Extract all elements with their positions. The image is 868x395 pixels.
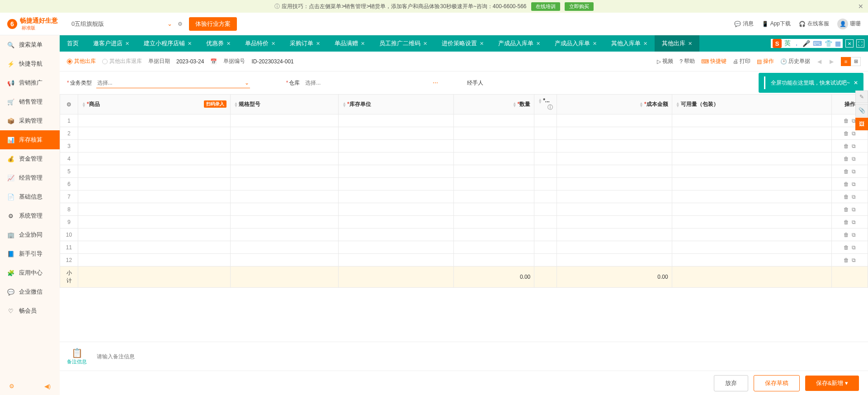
ime-mic-icon[interactable]: 🎤 xyxy=(802,40,810,47)
delete-row-icon[interactable]: 🗑 xyxy=(844,168,849,175)
info-icon[interactable]: ⓘ xyxy=(547,104,553,111)
more-icon[interactable]: ⋯ xyxy=(433,80,439,86)
ime-logo-icon[interactable]: S xyxy=(773,39,782,48)
table-row[interactable]: 9 🗑⧉ xyxy=(60,216,868,228)
dock-image-icon[interactable]: 🖼 xyxy=(855,118,868,130)
sidebar-item-3[interactable]: 🛒销售管理 xyxy=(0,92,60,111)
table-row[interactable]: 7 🗑⧉ xyxy=(60,190,868,203)
table-row[interactable]: 2 🗑⧉ xyxy=(60,127,868,140)
delete-row-icon[interactable]: 🗑 xyxy=(844,181,849,187)
messages-link[interactable]: 💬 消息 xyxy=(734,20,754,28)
sidebar-item-5[interactable]: 📊库存核算 xyxy=(0,130,60,149)
support-link[interactable]: 🎧 在线客服 xyxy=(799,20,829,28)
tab-close-icon[interactable]: ✕ xyxy=(226,41,231,47)
fullscreen-icon[interactable]: ⛶ xyxy=(856,39,864,48)
sidebar-item-0[interactable]: 🔍搜索菜单 xyxy=(0,35,60,54)
close-banner-icon[interactable]: ✕ xyxy=(858,3,863,10)
operate-button[interactable]: ▤操作 xyxy=(757,57,774,65)
tab-close-icon[interactable]: ✕ xyxy=(125,41,129,47)
tab-close-icon[interactable]: ✕ xyxy=(423,41,427,47)
ime-comma-icon[interactable]: ， xyxy=(793,39,800,48)
radio-return[interactable]: 其他出库退库 xyxy=(102,57,142,65)
delete-row-icon[interactable]: 🗑 xyxy=(844,130,849,137)
online-training-button[interactable]: 在线培训 xyxy=(531,2,560,11)
calendar-icon[interactable]: 📅 xyxy=(210,58,217,65)
dock-edit-icon[interactable]: ✎ xyxy=(855,90,868,103)
print-button[interactable]: 🖨打印 xyxy=(733,57,750,65)
tab-close-icon[interactable]: ✕ xyxy=(593,41,597,47)
tab-close-icon[interactable]: ✕ xyxy=(361,41,365,47)
sidebar-item-12[interactable]: 🧩应用中心 xyxy=(0,263,60,282)
handler-select[interactable] xyxy=(488,78,569,88)
delete-row-icon[interactable]: 🗑 xyxy=(844,206,849,213)
copy-row-icon[interactable]: ⧉ xyxy=(852,257,856,263)
sidebar-item-14[interactable]: ♡畅会员 xyxy=(0,301,60,320)
view-list-icon[interactable]: ≡ xyxy=(841,57,851,66)
history-button[interactable]: 🕑历史单据 xyxy=(780,57,810,65)
col-more[interactable]: ▲▼*...ⓘ xyxy=(534,95,557,114)
col-cost[interactable]: ▲▼*成本金额 xyxy=(557,95,672,114)
copy-row-icon[interactable]: ⧉ xyxy=(852,219,856,225)
tab-close-icon[interactable]: ✕ xyxy=(188,41,192,47)
sidebar-item-10[interactable]: 🏢企业协同 xyxy=(0,225,60,244)
biz-type-input[interactable] xyxy=(97,80,245,86)
biz-type-select[interactable]: ⌄ xyxy=(96,78,250,88)
ime-language[interactable]: 英 xyxy=(784,39,791,48)
buy-now-button[interactable]: 立即购买 xyxy=(565,2,594,11)
close-tip-icon[interactable]: ✕ xyxy=(854,80,858,86)
remark-input[interactable] xyxy=(93,350,861,363)
collapse-icon[interactable]: ◀) xyxy=(44,383,51,390)
settings-icon[interactable]: ⚙ xyxy=(178,21,183,27)
date-value[interactable]: 2023-03-24 xyxy=(176,58,204,65)
radio-outbound[interactable]: 其他出库 xyxy=(67,57,96,65)
sidebar-item-2[interactable]: 📢营销推广 xyxy=(0,73,60,92)
tab-11[interactable]: 其他入库单✕ xyxy=(604,35,655,52)
tab-4[interactable]: 单品特价✕ xyxy=(238,35,283,52)
tab-6[interactable]: 单品满赠✕ xyxy=(327,35,372,52)
delete-row-icon[interactable]: 🗑 xyxy=(844,257,849,263)
prev-icon[interactable]: ◀ xyxy=(816,58,822,65)
copy-row-icon[interactable]: ⧉ xyxy=(852,244,856,251)
app-download-link[interactable]: 📱 App下载 xyxy=(762,20,791,28)
copy-row-icon[interactable]: ⧉ xyxy=(852,181,856,187)
sidebar-item-13[interactable]: 💬企业微信 xyxy=(0,282,60,301)
ime-grid-icon[interactable]: ▦ xyxy=(835,40,841,47)
table-row[interactable]: 1 🗑⧉ xyxy=(60,114,868,127)
table-row[interactable]: 6 🗑⧉ xyxy=(60,178,868,190)
col-avail[interactable]: ▲▼可用量（包装） xyxy=(672,95,831,114)
org-selector[interactable]: 0五组旗舰版 ⌄ xyxy=(71,20,172,28)
delete-row-icon[interactable]: 🗑 xyxy=(844,244,849,251)
ime-keyboard-icon[interactable]: ⌨ xyxy=(813,40,822,47)
warehouse-input[interactable] xyxy=(305,80,433,86)
gear-icon[interactable]: ⚙ xyxy=(9,383,14,390)
tab-12[interactable]: 其他出库✕ xyxy=(655,35,699,52)
tab-2[interactable]: 建立小程序店铺✕ xyxy=(137,35,199,52)
next-icon[interactable]: ▶ xyxy=(829,58,835,65)
abandon-button[interactable]: 放弃 xyxy=(714,375,748,391)
col-spec[interactable]: ▲▼规格型号 xyxy=(230,95,339,114)
tab-close-all-icon[interactable]: ✕ xyxy=(845,39,854,48)
tab-10[interactable]: 产成品入库单✕ xyxy=(547,35,604,52)
table-settings-icon[interactable]: ⚙ xyxy=(66,101,71,108)
table-row[interactable]: 5 🗑⧉ xyxy=(60,165,868,178)
scan-entry-badge[interactable]: 扫码录入 xyxy=(204,100,226,108)
tab-1[interactable]: 邀客户进店✕ xyxy=(86,35,137,52)
delete-row-icon[interactable]: 🗑 xyxy=(844,156,849,162)
dock-attach-icon[interactable]: 📎 xyxy=(855,104,868,117)
sidebar-item-8[interactable]: 📄基础信息 xyxy=(0,187,60,206)
tab-close-icon[interactable]: ✕ xyxy=(271,41,275,47)
table-row[interactable]: 10 🗑⧉ xyxy=(60,228,868,241)
user-menu[interactable]: 👤 珊珊 xyxy=(837,19,861,29)
sidebar-item-1[interactable]: ⚡快捷导航 xyxy=(0,54,60,73)
save-draft-button[interactable]: 保存草稿 xyxy=(754,375,800,391)
delete-row-icon[interactable]: 🗑 xyxy=(844,194,849,200)
table-row[interactable]: 4 🗑⧉ xyxy=(60,152,868,165)
copy-row-icon[interactable]: ⧉ xyxy=(852,156,856,162)
tab-close-icon[interactable]: ✕ xyxy=(688,41,692,47)
warehouse-select[interactable]: ⋯ xyxy=(304,78,440,88)
copy-row-icon[interactable]: ⧉ xyxy=(852,168,856,175)
table-row[interactable]: 8 🗑⧉ xyxy=(60,203,868,216)
experience-button[interactable]: 体验行业方案 xyxy=(189,17,237,31)
sidebar-item-6[interactable]: 💰资金管理 xyxy=(0,149,60,168)
table-row[interactable]: 3 🗑⧉ xyxy=(60,140,868,152)
